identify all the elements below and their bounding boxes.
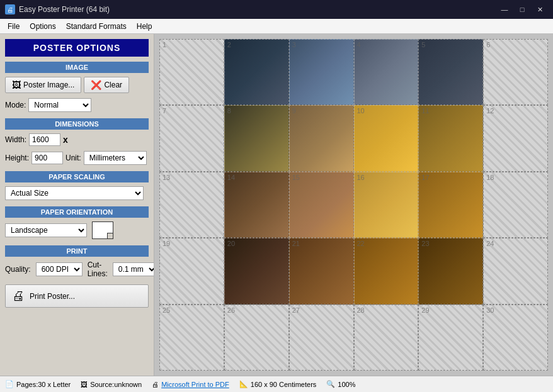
- maximize-button[interactable]: □: [514, 3, 530, 16]
- cell-number: 17: [421, 174, 429, 181]
- status-printer: 🖨 Microsoft Print to PDF: [152, 381, 229, 388]
- quality-select[interactable]: 600 DPI 300 DPI 150 DPI: [36, 262, 83, 276]
- poster-options-title: POSTER OPTIONS: [5, 39, 149, 57]
- cell-number: 12: [486, 107, 494, 115]
- cutlines-select[interactable]: 0.1 mm 0.5 mm 1 mm None: [113, 262, 154, 276]
- cell-number: 20: [227, 240, 235, 247]
- mode-row: Mode: Normal Tiled Stretch: [5, 97, 149, 113]
- width-input[interactable]: [29, 133, 60, 146]
- cell-number: 13: [162, 174, 170, 181]
- grid-cell: 9: [289, 105, 354, 171]
- pages-icon: 📄: [5, 380, 14, 388]
- zoom-icon: 🔍: [326, 380, 335, 388]
- clear-button[interactable]: ❌ Clear: [84, 77, 129, 93]
- printer-link[interactable]: Microsoft Print to PDF: [161, 381, 229, 388]
- orientation-row: Landscape Portrait: [5, 220, 149, 240]
- grid-cell: 2: [224, 39, 289, 105]
- quality-label: Quality:: [5, 265, 31, 274]
- cell-number: 11: [421, 107, 429, 115]
- grid-cell: 20: [224, 238, 289, 304]
- grid-cell: 14: [224, 172, 289, 238]
- paper-scaling-select[interactable]: Actual Size Fit to Page Custom: [5, 186, 144, 200]
- grid-cell: 23: [418, 238, 483, 304]
- grid-cell: 11: [418, 105, 483, 171]
- grid-cell: 7: [159, 105, 224, 171]
- cell-number: 7: [162, 107, 166, 115]
- status-pages: 📄 Pages:30 x Letter: [5, 380, 71, 388]
- status-bar: 📄 Pages:30 x Letter 🖼 Source:unknown 🖨 M…: [0, 376, 553, 392]
- clear-label: Clear: [104, 81, 122, 89]
- cell-number: 16: [357, 174, 365, 181]
- menu-file[interactable]: File: [3, 21, 25, 32]
- app-icon: 🖨: [5, 4, 15, 14]
- page-orientation-preview: [92, 221, 113, 239]
- poster-image-button[interactable]: 🖼 Poster Image...: [5, 77, 81, 93]
- cell-number: 1: [162, 41, 166, 48]
- poster-image-label: Poster Image...: [23, 81, 74, 89]
- close-button[interactable]: ✕: [532, 3, 548, 16]
- image-icon: 🖼: [12, 80, 21, 90]
- cell-number: 23: [421, 240, 429, 247]
- grid-cell: 5: [418, 39, 483, 105]
- grid-cell: 10: [354, 105, 419, 171]
- quality-row: Quality: 600 DPI 300 DPI 150 DPI Cut-Lin…: [5, 259, 149, 279]
- cell-number: 30: [486, 306, 494, 314]
- menu-standard-formats[interactable]: Standard Formats: [61, 21, 132, 32]
- cross-symbol: x: [63, 135, 68, 145]
- cell-number: 21: [292, 240, 300, 247]
- cell-number: 8: [227, 107, 231, 115]
- cell-number: 19: [162, 240, 170, 247]
- dimensions-section-header: DIMENSIONS: [5, 118, 149, 130]
- cell-number: 2: [227, 41, 231, 48]
- print-poster-button[interactable]: 🖨 Print Poster...: [5, 284, 149, 308]
- paper-scaling-section-header: PAPER SCALING: [5, 171, 149, 182]
- height-input[interactable]: [31, 152, 63, 164]
- grid-cell: 18: [483, 172, 548, 238]
- cell-number: 6: [486, 41, 490, 48]
- unit-label: Unit:: [66, 154, 81, 162]
- grid-cell: 25: [159, 305, 224, 371]
- height-unit-row: Height: Unit: Millimeters Centimeters In…: [5, 150, 149, 166]
- menu-bar: File Options Standard Formats Help: [0, 19, 553, 34]
- cell-number: 26: [227, 306, 235, 314]
- grid-cell: 4: [354, 39, 419, 105]
- status-zoom: 🔍 100%: [326, 380, 355, 388]
- height-label: Height:: [5, 154, 29, 162]
- unit-select[interactable]: Millimeters Centimeters Inches: [84, 151, 147, 165]
- grid-cell: 15: [289, 172, 354, 238]
- cell-number: 29: [421, 306, 429, 314]
- cell-number: 22: [357, 240, 365, 247]
- size-text: 160 x 90 Centimeters: [251, 381, 317, 388]
- clear-icon: ❌: [91, 80, 101, 90]
- grid-cell: 22: [354, 238, 419, 304]
- menu-options[interactable]: Options: [25, 21, 60, 32]
- dimensions-row: Width: x: [5, 132, 149, 147]
- width-label: Width:: [5, 135, 26, 144]
- source-icon: 🖼: [81, 381, 88, 388]
- menu-help[interactable]: Help: [132, 21, 157, 32]
- status-source: 🖼 Source:unknown: [81, 381, 142, 388]
- print-section-header: PRINT: [5, 245, 149, 257]
- pages-text: Pages:30 x Letter: [16, 381, 71, 388]
- cutlines-label: Cut-Lines:: [88, 260, 108, 278]
- cell-number: 9: [292, 107, 296, 115]
- grid-cell: 24: [483, 238, 548, 304]
- grid-cell: 6: [483, 39, 548, 105]
- grid-cell: 28: [354, 305, 419, 371]
- cell-number: 3: [292, 41, 296, 48]
- grid-cell: 29: [418, 305, 483, 371]
- grid-cell: 21: [289, 238, 354, 304]
- grid-cell: 26: [224, 305, 289, 371]
- mode-select[interactable]: Normal Tiled Stretch: [28, 98, 91, 112]
- poster-grid: 1234567891011121314151617181920212223242…: [154, 34, 553, 376]
- cell-number: 14: [227, 174, 235, 181]
- printer-icon: 🖨: [12, 289, 25, 303]
- cell-number: 18: [486, 174, 494, 181]
- grid-cell: 3: [289, 39, 354, 105]
- grid-cell: 1: [159, 39, 224, 105]
- orientation-select[interactable]: Landscape Portrait: [5, 223, 87, 237]
- image-section-header: IMAGE: [5, 62, 149, 73]
- print-poster-label: Print Poster...: [30, 292, 75, 301]
- grid-cell: 13: [159, 172, 224, 238]
- minimize-button[interactable]: —: [496, 3, 513, 16]
